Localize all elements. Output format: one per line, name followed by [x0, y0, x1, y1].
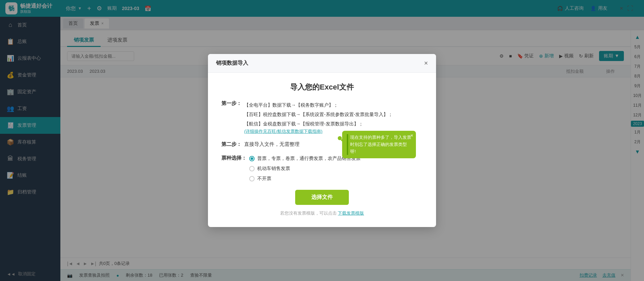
radio-vehicle-label: 机动车销售发票 — [257, 166, 290, 172]
step1-line1: 【全电平台】数据下载→【税务数字账户】； — [244, 100, 393, 110]
tooltip-close-button[interactable]: × — [411, 133, 413, 138]
modal-close-button[interactable]: × — [424, 59, 428, 67]
ticket-type-section: 票种选择： 普票，专票，卷票，通行费发票，农产品销售发票 机动车销售发票 — [221, 154, 423, 182]
footer-text: 若您没有发票模版，可以点击 — [280, 211, 337, 216]
radio-no-invoice[interactable]: 不开票 — [249, 176, 361, 182]
ticket-type-row: 票种选择： 普票，专票，卷票，通行费发票，农产品销售发票 机动车销售发票 — [221, 154, 423, 182]
modal-overlay: 销项数据导入 × 导入您的Excel文件 第一步： 【全电平台】数据下载→【税务… — [0, 0, 644, 281]
modal-header: 销项数据导入 × — [208, 54, 436, 73]
radio-vehicle-invoice[interactable]: 机动车销售发票 — [249, 166, 361, 172]
modal-footer: 若您没有发票模版，可以点击 下载发票模版 — [221, 210, 423, 216]
radio-no-circle — [249, 176, 255, 181]
modal-title: 销项数据导入 — [216, 60, 248, 67]
ticket-type-label: 票种选择： — [221, 154, 247, 161]
step1-content: 【全电平台】数据下载→【税务数字账户】； 【百旺】税控盘数据下载→【系统设置-系… — [244, 100, 393, 134]
radio-group: 普票，专票，卷票，通行费发票，农产品销售发票 机动车销售发票 不开票 — [249, 156, 361, 182]
radio-normal-circle — [249, 156, 255, 161]
download-template-link[interactable]: 下载发票模版 — [338, 211, 364, 216]
step1-line3: 【航信】金税盘数据下载→【报税管理-发票数据导出】； — [244, 119, 393, 128]
tooltip-bubble: × 现在支持的票种多了，导入发票时别忘了选择正确的发票类型呀! — [342, 131, 416, 158]
step1-label: 第一步： — [221, 100, 241, 134]
step2-content: 直接导入文件，无需整理 — [244, 141, 300, 148]
step2-label: 第二步： — [221, 141, 241, 148]
step1: 第一步： 【全电平台】数据下载→【税务数字账户】； 【百旺】税控盘数据下载→【系… — [221, 100, 423, 134]
step1-line2: 【百旺】税控盘数据下载→【系统设置-系统参数设置-发票批量导入】； — [244, 110, 393, 119]
radio-no-label: 不开票 — [257, 176, 271, 182]
step1-row: 第一步： 【全电平台】数据下载→【税务数字账户】； 【百旺】税控盘数据下载→【系… — [221, 100, 423, 134]
modal-main-title: 导入您的Excel文件 — [221, 82, 423, 92]
tooltip-dot — [338, 136, 342, 140]
select-file-button[interactable]: 选择文件 — [295, 190, 349, 205]
radio-vehicle-circle — [249, 166, 255, 171]
tooltip-text: 现在支持的票种多了，导入发票时别忘了选择正确的发票类型呀! — [347, 134, 411, 155]
